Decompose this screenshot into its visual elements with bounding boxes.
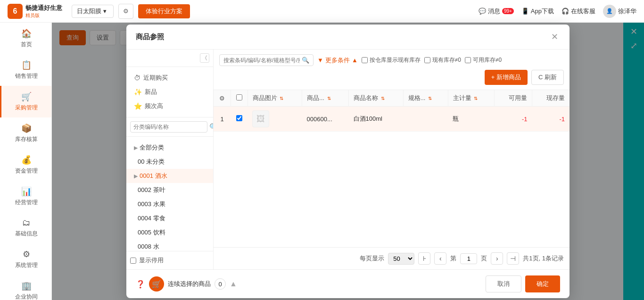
page-input[interactable]: 1	[460, 253, 477, 264]
sidebar-item-system[interactable]: ⚙ 系统管理	[0, 243, 51, 275]
arrow-icon: ▶	[134, 145, 138, 151]
cart-icon[interactable]: 🛒	[149, 276, 164, 292]
help-icon[interactable]: ❓	[136, 280, 145, 289]
sidebar-item-business[interactable]: 📊 经营管理	[0, 181, 51, 212]
messages-nav[interactable]: 💬 消息 99+	[479, 7, 514, 16]
home-icon: 🏠	[21, 28, 32, 39]
prev-page-btn[interactable]: ‹	[434, 252, 446, 265]
dialog-close-button[interactable]: ✕	[549, 31, 560, 42]
show-disabled-row: 显示停用	[130, 256, 209, 265]
first-page-btn[interactable]: ⊦	[418, 252, 430, 265]
main-layout: 🏠 首页 📋 销售管理 🛒 采购管理 📦 库存核算 💰 资金管理 📊 经营管理 …	[0, 23, 644, 300]
row-index: 1	[214, 107, 231, 132]
row-code: 000600...	[302, 107, 349, 132]
base-icon: 🗂	[22, 218, 31, 228]
sidebar-item-base[interactable]: 🗂 基础信息	[0, 212, 51, 243]
cat-item-0008[interactable]: 0008 水	[126, 240, 213, 251]
available-checkbox[interactable]	[424, 57, 430, 63]
last-page-btn[interactable]: ⊣	[507, 252, 519, 265]
sort-name-icon[interactable]: ⇅	[381, 96, 385, 101]
sort-code-icon[interactable]: ⇅	[327, 96, 331, 101]
sort-image-icon[interactable]: ⇅	[280, 96, 283, 101]
left-panel: 《 ⏱ 近期购买 ✨ 新品	[126, 50, 214, 269]
row-checkbox[interactable]	[236, 115, 242, 121]
product-table-wrap: ⚙ 商品图片 ⇅	[214, 90, 570, 247]
toolbar-actions: + 新增商品 C 刷新	[485, 70, 564, 85]
table-header-row: ⚙ 商品图片 ⇅	[214, 90, 570, 107]
chevron-up-icon: ▲	[352, 57, 358, 64]
product-reference-dialog: 商品参照 ✕ 《 ⏱	[126, 25, 570, 298]
available-filter: 现有库存≠0	[424, 56, 461, 64]
page-size-select[interactable]: 50 100 200	[388, 253, 414, 265]
online-service-nav[interactable]: 🎧 在线客服	[561, 7, 595, 16]
sidebar-item-home[interactable]: 🏠 首页	[0, 23, 51, 54]
recent-icon: ⏱	[134, 74, 140, 82]
quick-link-recent[interactable]: ⏱ 近期购买	[126, 71, 213, 85]
business-icon: 📊	[21, 186, 32, 197]
cat-item-0001[interactable]: ▶ 0001 酒水	[126, 169, 213, 183]
dialog-title: 商品参照	[136, 33, 164, 42]
footer-actions: 取消 确定	[486, 275, 560, 292]
more-filter-button[interactable]: ▼ 更多条件 ▲	[317, 56, 358, 65]
sidebar-item-enterprise[interactable]: 🏢 企业协同	[0, 275, 51, 300]
confirm-button[interactable]: 确定	[525, 275, 560, 292]
row-checkbox-cell	[231, 107, 248, 132]
user-profile-nav[interactable]: 👤 徐泽华	[603, 5, 636, 18]
warehouse-checkbox[interactable]	[362, 57, 368, 63]
sort-spec-icon[interactable]: ⇅	[428, 96, 432, 101]
product-table: ⚙ 商品图片 ⇅	[214, 90, 570, 132]
sidebar-item-purchase[interactable]: 🛒 采购管理	[0, 86, 51, 117]
cat-item-0004[interactable]: 0004 零食	[126, 211, 213, 225]
category-search-icon[interactable]: 🔍	[209, 123, 214, 131]
category-search-input[interactable]	[130, 121, 207, 133]
avatar: 👤	[603, 5, 616, 18]
cat-item-0003[interactable]: 0003 水果	[126, 197, 213, 211]
col-settings[interactable]: ⚙	[214, 90, 231, 107]
quick-link-new[interactable]: ✨ 新品	[126, 85, 213, 99]
col-unit[interactable]: 主计量 ⇅	[448, 90, 494, 107]
table-toolbar: 🔍 ▼ 更多条件 ▲ 按仓库显示现有库存	[214, 50, 570, 90]
collapse-left-panel-btn[interactable]: 《	[200, 53, 209, 63]
collapse-footer-icon[interactable]: ▲	[230, 280, 237, 288]
usable-filter: 可用库存≠0	[465, 56, 502, 64]
col-checkbox	[231, 90, 248, 107]
sidebar-item-inventory[interactable]: 📦 库存核算	[0, 117, 51, 149]
enterprise-icon: 🏢	[21, 281, 32, 291]
filter-icon: ▼	[317, 57, 323, 64]
add-product-button[interactable]: + 新增商品	[485, 70, 528, 85]
col-code[interactable]: 商品... ⇅	[302, 90, 349, 107]
select-all-checkbox[interactable]	[236, 94, 242, 100]
next-page-btn[interactable]: ›	[491, 252, 503, 265]
cat-item-0005[interactable]: 0005 饮料	[126, 225, 213, 240]
col-name[interactable]: 商品名称 ⇅	[349, 90, 404, 107]
store-selector[interactable]: 日太阳膜 ▾	[72, 5, 114, 18]
new-icon: ✨	[134, 88, 142, 96]
chevron-down-icon: ▾	[103, 8, 107, 15]
cat-item-00[interactable]: 00 未分类	[126, 155, 213, 169]
category-search-row: 🔍	[126, 117, 213, 137]
row-unit: 瓶	[448, 107, 494, 132]
cat-item-0002[interactable]: 0002 茶叶	[126, 183, 213, 197]
row-image: 🖼	[248, 107, 302, 132]
show-disabled-checkbox[interactable]	[130, 258, 136, 264]
sidebar-item-sales[interactable]: 📋 销售管理	[0, 54, 51, 86]
product-search-input[interactable]	[223, 57, 300, 64]
system-icon: ⚙	[23, 249, 30, 259]
settings-icon[interactable]: ⚙	[118, 4, 133, 19]
cancel-button[interactable]: 取消	[486, 275, 521, 292]
table-row[interactable]: 1 🖼 00	[214, 107, 570, 132]
quick-link-frequent[interactable]: ⭐ 频次高	[126, 99, 213, 113]
dialog-header: 商品参照 ✕	[126, 25, 570, 50]
col-image[interactable]: 商品图片 ⇅	[248, 90, 302, 107]
sort-unit-icon[interactable]: ⇅	[474, 96, 478, 101]
col-stock: 现存量	[532, 90, 570, 107]
refresh-button[interactable]: C 刷新	[531, 70, 564, 85]
sidebar-item-finance[interactable]: 💰 资金管理	[0, 149, 51, 181]
usable-checkbox[interactable]	[465, 57, 471, 63]
col-spec[interactable]: 规格... ⇅	[403, 90, 448, 107]
trial-button[interactable]: 体验行业方案	[138, 4, 190, 18]
cat-item-all[interactable]: ▶ 全部分类	[126, 141, 213, 155]
product-search-icon[interactable]: 🔍	[302, 57, 309, 64]
row-spec	[403, 107, 448, 132]
app-download-nav[interactable]: 📱 App下载	[521, 7, 554, 16]
